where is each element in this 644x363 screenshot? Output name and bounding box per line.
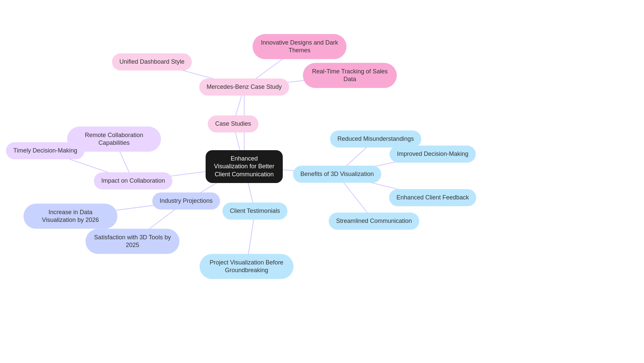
node-benefits_3d: Benefits of 3D Visualization <box>293 166 381 183</box>
node-project_viz: Project Visualization Before Groundbreak… <box>200 254 293 279</box>
node-timely_decision: Timely Decision-Making <box>6 142 85 159</box>
node-improved_decision: Improved Decision-Making <box>389 145 476 163</box>
node-realtime_tracking: Real-Time Tracking of Sales Data <box>303 63 397 88</box>
node-center: Enhanced Visualization for Better Client… <box>206 150 283 183</box>
node-enhanced_feedback: Enhanced Client Feedback <box>389 189 476 206</box>
node-client_testimonials: Client Testimonials <box>222 202 287 220</box>
node-streamlined_comm: Streamlined Communication <box>329 213 419 230</box>
node-industry_proj: Industry Projections <box>152 192 220 209</box>
node-reduced_misund: Reduced Misunderstandings <box>330 130 421 147</box>
mind-map: Enhanced Visualization for Better Client… <box>0 0 644 363</box>
node-mercedes: Mercedes-Benz Case Study <box>199 78 289 96</box>
node-unified_dashboard: Unified Dashboard Style <box>112 53 192 70</box>
node-data_viz_increase: Increase in Data Visualization by 2026 <box>23 204 117 229</box>
node-satisfaction_3d: Satisfaction with 3D Tools by 2025 <box>86 229 179 254</box>
node-innovative_designs: Innovative Designs and Dark Themes <box>253 34 346 59</box>
node-impact_collab: Impact on Collaboration <box>94 172 172 189</box>
node-case_studies: Case Studies <box>208 115 258 132</box>
